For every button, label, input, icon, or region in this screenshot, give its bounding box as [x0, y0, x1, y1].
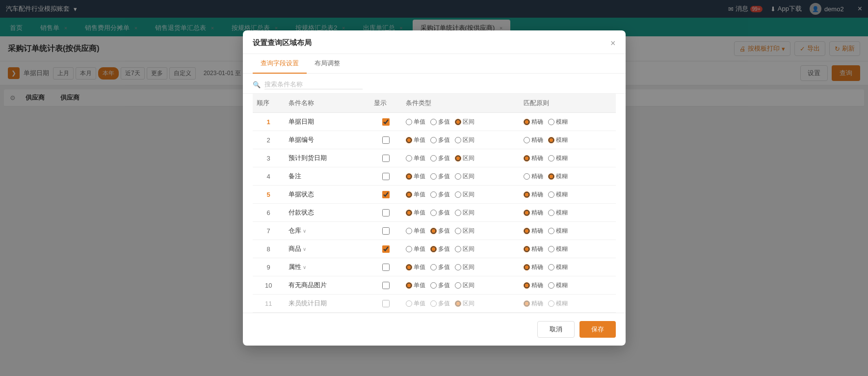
col-header-type: 条件类型: [402, 94, 519, 110]
settings-dialog: 设置查询区域布局 × 查询字段设置 布局调整 🔍 顺序 条件名称: [243, 30, 626, 110]
config-table: 顺序 条件名称 显示 条件类型 匹配原则 1单据日期单值多值区间精确模糊2单据编…: [253, 94, 616, 110]
dialog-overlay: 设置查询区域布局 × 查询字段设置 布局调整 🔍 顺序 条件名称: [0, 0, 868, 110]
dialog-title: 设置查询区域布局: [253, 38, 312, 48]
search-icon: 🔍: [253, 81, 261, 88]
dialog-tab-query-fields[interactable]: 查询字段设置: [253, 54, 307, 74]
dialog-search-area: 🔍: [243, 74, 626, 94]
col-header-order: 顺序: [253, 94, 285, 110]
dialog-header: 设置查询区域布局 ×: [243, 30, 626, 54]
search-input[interactable]: [264, 80, 363, 89]
dialog-tab-query-label: 查询字段设置: [261, 59, 299, 67]
dialog-tab-layout-label: 布局调整: [315, 59, 340, 67]
dialog-tab-layout[interactable]: 布局调整: [307, 54, 348, 74]
col-header-name: 条件名称: [285, 94, 370, 110]
dialog-tabs: 查询字段设置 布局调整: [243, 54, 626, 74]
dialog-body: 顺序 条件名称 显示 条件类型 匹配原则 1单据日期单值多值区间精确模糊2单据编…: [243, 94, 626, 110]
dialog-close-button[interactable]: ×: [610, 39, 616, 48]
col-header-match: 匹配原则: [520, 94, 616, 110]
col-header-display: 显示: [370, 94, 402, 110]
